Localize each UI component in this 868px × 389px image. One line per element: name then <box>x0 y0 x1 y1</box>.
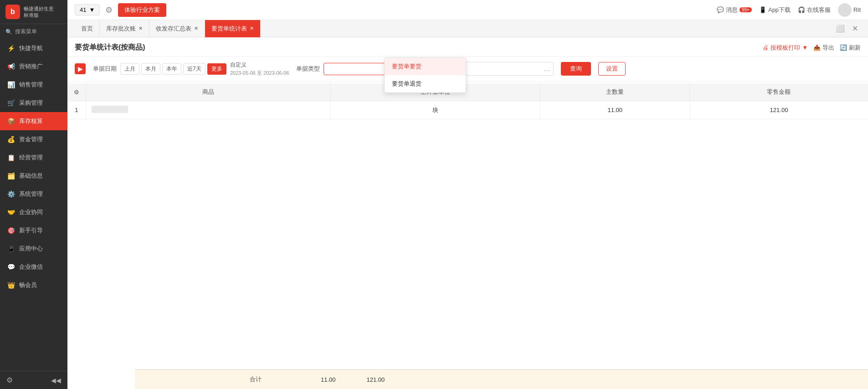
table-col-qty: 主数量 <box>540 83 690 101</box>
sidebar-settings-icon[interactable]: ⚙ <box>6 376 13 384</box>
shortcut-icon: ⚡ <box>6 44 15 53</box>
dropdown-item-return[interactable]: 要货单退货 <box>385 75 466 92</box>
app-download-icon: 📱 <box>759 6 766 13</box>
tab-inventory-batch-close[interactable]: ✕ <box>139 26 143 31</box>
appstore-icon: 📱 <box>6 244 15 253</box>
messages-badge: 99+ <box>740 7 752 12</box>
date-btn-this-month[interactable]: 本月 <box>141 63 160 75</box>
footer-amount: 121.00 <box>367 376 385 383</box>
enterprise-icon: 🤝 <box>6 208 15 217</box>
row-product <box>86 101 330 119</box>
topbar-right: 💬 消息 99+ 📱 App下载 🎧 在线客服 Rit <box>717 3 861 17</box>
service-icon: 🎧 <box>798 6 805 13</box>
industry-btn[interactable]: 体验行业方案 <box>118 3 166 17</box>
topbar-gear-icon[interactable]: ⚙ <box>105 5 113 15</box>
print-btn[interactable]: 🖨 按模板打印 ▼ <box>763 44 808 52</box>
filter-settings-btn[interactable]: 设置 <box>598 62 626 76</box>
logo-text: 畅捷通好生意 标准版 <box>24 5 54 19</box>
sidebar-item-appstore[interactable]: 📱 应用中心 <box>0 240 67 258</box>
system-icon: ⚙️ <box>6 189 15 199</box>
date-btn-this-year[interactable]: 本年 <box>162 63 181 75</box>
sidebar-item-label: 企业微信 <box>19 263 43 271</box>
sidebar-item-label: 畅会员 <box>19 281 37 289</box>
table-col-product: 商品 <box>86 83 330 101</box>
guide-icon: 🎯 <box>6 226 15 235</box>
sidebar-item-sales[interactable]: 📊 销售管理 <box>0 76 67 94</box>
sidebar-item-label: 系统管理 <box>19 190 43 198</box>
sidebar-collapse-icon[interactable]: ◀◀ <box>51 377 61 384</box>
footer-qty: 11.00 <box>321 376 336 383</box>
warehouse-select-input[interactable] <box>457 63 540 75</box>
user-avatar-item[interactable]: Rit <box>838 3 861 17</box>
sidebar-item-finance[interactable]: 💰 资金管理 <box>0 130 67 148</box>
sidebar-item-enterprise[interactable]: 🤝 企业协同 <box>0 203 67 221</box>
tab-home-label: 首页 <box>81 25 93 33</box>
sidebar-item-label: 营销推广 <box>19 62 43 71</box>
filter-expand-btn[interactable]: ▶ <box>75 63 86 74</box>
sidebar-item-operations[interactable]: 📋 经营管理 <box>0 148 67 167</box>
sidebar-item-marketing[interactable]: 📢 营销推广 <box>0 57 67 76</box>
content-header: 要货单统计表(按商品) 🖨 按模板打印 ▼ 📤 导出 🔄 刷新 <box>67 37 868 56</box>
service-item[interactable]: 🎧 在线客服 <box>798 6 831 14</box>
tab-inventory-batch[interactable]: 库存批次账 ✕ <box>100 20 149 37</box>
date-btn-last-7days[interactable]: 近7天 <box>183 63 205 75</box>
sidebar-item-basic[interactable]: 🗂️ 基础信息 <box>0 167 67 185</box>
purchase-icon: 🛒 <box>6 98 15 107</box>
row-qty: 11.00 <box>540 101 690 119</box>
service-label: 在线客服 <box>807 6 831 14</box>
sidebar-item-label: 应用中心 <box>19 245 43 253</box>
store-name: 41 <box>80 6 86 13</box>
data-table: ⚙ 商品 主计量单位 主数量 零售金额 1 块 11.00 <box>67 83 868 119</box>
wechat-icon: 💬 <box>6 262 15 271</box>
sidebar-item-member[interactable]: 👑 畅会员 <box>0 276 67 294</box>
logo-icon: b <box>5 5 20 19</box>
sidebar-search[interactable]: 🔍 搜索菜单 <box>0 24 67 39</box>
finance-icon: 💰 <box>6 135 15 144</box>
tab-receive-summary-close[interactable]: ✕ <box>194 26 198 31</box>
sidebar-item-shortcut[interactable]: ⚡ 快捷导航 <box>0 39 67 57</box>
sidebar-item-purchase[interactable]: 🛒 采购管理 <box>0 94 67 112</box>
sidebar-item-system[interactable]: ⚙️ 系统管理 <box>0 185 67 203</box>
dropdown-item-order[interactable]: 要货单要货 <box>385 58 466 75</box>
type-filter-label: 单据类型 <box>296 65 320 73</box>
date-range: 2023-05-06 至 2023-06-06 <box>230 70 289 77</box>
tabs-bar: 首页 库存批次账 ✕ 收发存汇总表 ✕ 要货单统计表 ✕ ⬜ ✕ <box>67 20 868 37</box>
content-actions: 🖨 按模板打印 ▼ 📤 导出 🔄 刷新 <box>763 44 861 52</box>
export-btn[interactable]: 📤 导出 <box>813 44 834 52</box>
tab-close-all-icon[interactable]: ✕ <box>849 24 861 33</box>
tab-order-stats-close[interactable]: ✕ <box>250 26 254 31</box>
avatar <box>838 3 852 17</box>
refresh-icon: 🔄 <box>840 44 847 51</box>
date-btn-last-month[interactable]: 上月 <box>120 63 139 75</box>
refresh-btn[interactable]: 🔄 刷新 <box>840 44 861 52</box>
date-btn-more[interactable]: 更多 <box>207 63 226 75</box>
user-name: Rit <box>853 6 861 13</box>
store-selector[interactable]: 41 ▼ <box>75 4 100 15</box>
sidebar-item-guide[interactable]: 🎯 新手引导 <box>0 221 67 240</box>
app-download-item[interactable]: 📱 App下载 <box>759 6 791 14</box>
tab-expand-icon[interactable]: ⬜ <box>833 24 847 33</box>
messages-item[interactable]: 💬 消息 99+ <box>717 6 752 14</box>
type-dropdown-menu: 要货单要货 要货单退货 <box>384 57 466 93</box>
tab-receive-summary-label: 收发存汇总表 <box>156 25 191 33</box>
row-amount: 121.00 <box>689 101 868 119</box>
date-buttons: 上月 本月 本年 近7天 更多 <box>120 63 226 75</box>
tab-home[interactable]: 首页 <box>75 20 100 37</box>
query-btn[interactable]: 查询 <box>561 62 591 76</box>
sidebar-item-wechat[interactable]: 💬 企业微信 <box>0 258 67 276</box>
table-header-row: ⚙ 商品 主计量单位 主数量 零售金额 <box>67 83 868 101</box>
footer-label: 合计 <box>250 375 262 384</box>
content-area: 要货单统计表(按商品) 🖨 按模板打印 ▼ 📤 导出 🔄 刷新 ▶ <box>67 37 868 389</box>
tab-receive-summary[interactable]: 收发存汇总表 ✕ <box>149 20 205 37</box>
inventory-icon: 📦 <box>6 117 15 126</box>
filter-bar: ▶ 单据日期 上月 本月 本年 近7天 更多 自定义 2023-05-06 至 … <box>67 56 868 82</box>
sidebar-item-inventory[interactable]: 📦 库存核算 <box>0 112 67 130</box>
data-table-wrapper: ⚙ 商品 主计量单位 主数量 零售金额 1 块 11.00 <box>67 83 868 119</box>
warehouse-more-icon[interactable]: … <box>540 62 553 75</box>
tab-order-stats[interactable]: 要货单统计表 ✕ <box>205 20 261 37</box>
table-col-settings[interactable]: ⚙ <box>67 83 86 101</box>
main-area: 41 ▼ ⚙ 体验行业方案 💬 消息 99+ 📱 App下载 🎧 在线客服 <box>67 0 868 389</box>
table-footer: 合计 11.00 121.00 <box>135 369 868 389</box>
sidebar-item-label: 库存核算 <box>19 117 43 125</box>
date-filter-label: 单据日期 <box>93 65 117 73</box>
